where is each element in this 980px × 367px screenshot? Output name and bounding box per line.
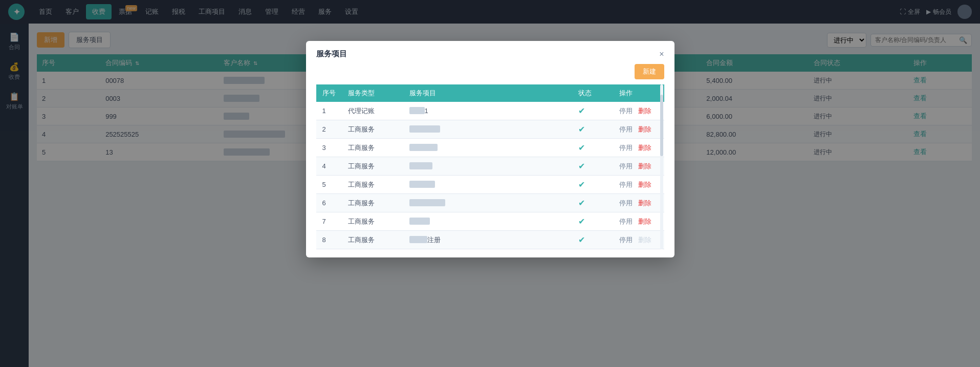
modal-cell-seq: 2	[316, 120, 342, 139]
modal-cell-item	[403, 139, 572, 157]
stop-button[interactable]: 停用	[619, 125, 633, 133]
modal-cell-status: ✔	[572, 139, 613, 157]
modal-cell-item	[403, 120, 572, 139]
delete-button[interactable]: 删除	[638, 162, 651, 170]
modal-cell-actions: 停用 删除	[613, 102, 664, 120]
modal-table-row: 3 工商服务 ✔ 停用 删除	[316, 139, 664, 157]
modal-col-seq: 序号	[316, 84, 342, 102]
stop-button[interactable]: 停用	[619, 107, 633, 115]
modal-cell-type: 工商服务	[342, 176, 403, 194]
scrollbar-track[interactable]	[660, 84, 663, 249]
modal-header: 服务项目 ×	[306, 41, 674, 64]
modal-cell-actions: 停用 删除	[613, 194, 664, 212]
modal-cell-status: ✔	[572, 102, 613, 120]
delete-button[interactable]: 删除	[638, 181, 651, 188]
modal-cell-seq: 5	[316, 176, 342, 194]
modal-body: 新建 序号 服务类型 服务项目 状态 操作	[306, 64, 674, 257]
modal-cell-item	[403, 212, 572, 231]
modal-cell-actions: 停用 删除	[613, 139, 664, 157]
modal-cell-seq: 8	[316, 231, 342, 249]
modal-cell-seq: 4	[316, 157, 342, 176]
stop-button[interactable]: 停用	[619, 199, 633, 207]
delete-button[interactable]: 删除	[638, 144, 651, 152]
modal-cell-seq: 1	[316, 102, 342, 120]
delete-button[interactable]: 删除	[638, 218, 651, 225]
modal-cell-status: ✔	[572, 120, 613, 139]
modal-table-row: 8 工商服务 注册 ✔ 停用 删除	[316, 231, 664, 249]
modal-cell-status: ✔	[572, 157, 613, 176]
modal-table-row: 5 工商服务 ✔ 停用 删除	[316, 176, 664, 194]
modal-cell-status: ✔	[572, 194, 613, 212]
modal-table-row: 2 工商服务 ✔ 停用 删除	[316, 120, 664, 139]
delete-button[interactable]: 删除	[638, 107, 651, 115]
stop-button[interactable]: 停用	[619, 236, 633, 244]
modal-cell-type: 工商服务	[342, 231, 403, 249]
modal-cell-type: 工商服务	[342, 139, 403, 157]
service-items-modal: 服务项目 × 新建 序号 服务类型 服务项目 状态 操作	[306, 41, 674, 257]
modal-col-item: 服务项目	[403, 84, 572, 102]
modal-table-wrapper: 序号 服务类型 服务项目 状态 操作 1 代理记账 1	[316, 84, 664, 249]
stop-button[interactable]: 停用	[619, 162, 633, 170]
modal-overlay[interactable]: 服务项目 × 新建 序号 服务类型 服务项目 状态 操作	[0, 0, 980, 367]
modal-cell-actions: 停用 删除	[613, 212, 664, 231]
modal-col-status: 状态	[572, 84, 613, 102]
modal-cell-item: 注册	[403, 231, 572, 249]
modal-cell-item	[403, 157, 572, 176]
delete-button[interactable]: 删除	[638, 236, 651, 244]
modal-cell-type: 工商服务	[342, 194, 403, 212]
scrollbar-thumb[interactable]	[660, 95, 663, 156]
modal-cell-status: ✔	[572, 212, 613, 231]
modal-new-button[interactable]: 新建	[635, 64, 664, 79]
modal-cell-item	[403, 176, 572, 194]
modal-cell-status: ✔	[572, 231, 613, 249]
modal-cell-item	[403, 194, 572, 212]
modal-cell-actions: 停用 删除	[613, 157, 664, 176]
modal-col-type: 服务类型	[342, 84, 403, 102]
modal-cell-seq: 3	[316, 139, 342, 157]
service-items-table: 序号 服务类型 服务项目 状态 操作 1 代理记账 1	[316, 84, 664, 249]
modal-table-row: 4 工商服务 ✔ 停用 删除	[316, 157, 664, 176]
modal-table-row: 6 工商服务 ✔ 停用 删除	[316, 194, 664, 212]
modal-table-row: 7 工商服务 ✔ 停用 删除	[316, 212, 664, 231]
modal-cell-item: 1	[403, 102, 572, 120]
modal-cell-seq: 7	[316, 212, 342, 231]
modal-cell-seq: 6	[316, 194, 342, 212]
modal-cell-type: 工商服务	[342, 120, 403, 139]
modal-close-button[interactable]: ×	[659, 50, 664, 58]
modal-cell-type: 代理记账	[342, 102, 403, 120]
modal-col-action: 操作	[613, 84, 664, 102]
modal-cell-actions: 停用 删除	[613, 176, 664, 194]
modal-cell-status: ✔	[572, 176, 613, 194]
stop-button[interactable]: 停用	[619, 181, 633, 188]
modal-cell-type: 工商服务	[342, 212, 403, 231]
modal-table-row: 1 代理记账 1 ✔ 停用 删除	[316, 102, 664, 120]
stop-button[interactable]: 停用	[619, 218, 633, 225]
modal-cell-actions: 停用 删除	[613, 231, 664, 249]
modal-toolbar: 新建	[316, 64, 664, 79]
modal-title: 服务项目	[316, 49, 347, 59]
modal-cell-actions: 停用 删除	[613, 120, 664, 139]
delete-button[interactable]: 删除	[638, 199, 651, 207]
modal-cell-type: 工商服务	[342, 157, 403, 176]
delete-button[interactable]: 删除	[638, 125, 651, 133]
stop-button[interactable]: 停用	[619, 144, 633, 152]
